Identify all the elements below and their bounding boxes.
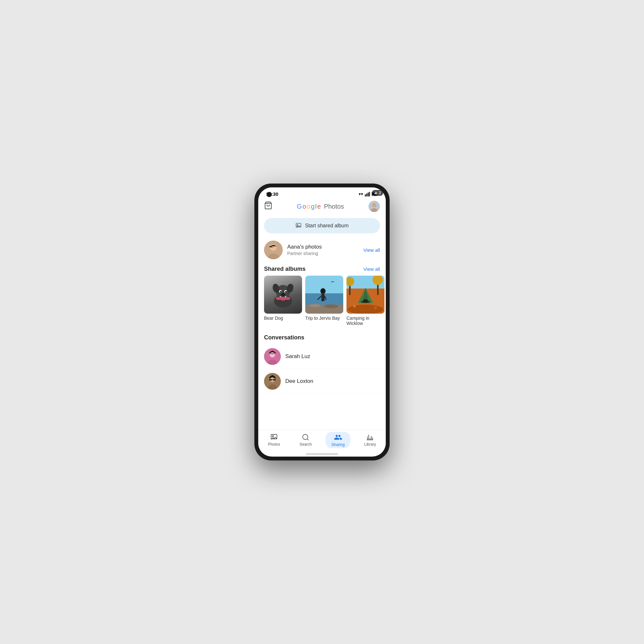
partner-avatar bbox=[264, 241, 283, 259]
library-nav-icon bbox=[366, 433, 374, 441]
svg-rect-0 bbox=[365, 194, 366, 196]
bay-illustration bbox=[305, 276, 343, 314]
album-item-jervis-bay[interactable]: 3 Trip to Jervis Bay bbox=[305, 276, 343, 326]
shared-albums-header: Shared albums View all bbox=[258, 263, 386, 276]
camping-illustration bbox=[346, 276, 384, 314]
status-bar: 12:30 ▾▾ bbox=[258, 187, 386, 198]
svg-point-23 bbox=[285, 291, 287, 293]
app-logo: G o o g l e Photos bbox=[297, 203, 344, 210]
home-indicator bbox=[306, 453, 338, 455]
svg-point-60 bbox=[272, 436, 273, 437]
logo-o1: o bbox=[302, 203, 306, 210]
shared-album-icon bbox=[295, 223, 302, 229]
svg-point-31 bbox=[324, 304, 338, 308]
dee-avatar bbox=[264, 373, 281, 390]
dog-illustration bbox=[267, 279, 299, 311]
partner-subtitle: Partner sharing bbox=[287, 251, 359, 256]
svg-point-32 bbox=[320, 288, 326, 294]
shop-icon[interactable] bbox=[264, 201, 272, 212]
svg-rect-57 bbox=[273, 379, 276, 381]
svg-point-48 bbox=[374, 306, 377, 309]
logo-space bbox=[321, 203, 323, 210]
svg-point-9 bbox=[372, 203, 376, 207]
album-item-bear-dog[interactable]: 2 Bear Dog bbox=[264, 276, 302, 326]
photos-nav-label: Photos bbox=[268, 442, 280, 447]
shared-album-button-label: Start shared album bbox=[305, 223, 348, 229]
albums-row: 2 Bear Dog bbox=[258, 276, 386, 330]
signal-icon bbox=[365, 192, 370, 196]
photos-nav-icon bbox=[270, 433, 278, 441]
phone-screen: 12:30 ▾▾ bbox=[258, 187, 386, 457]
svg-rect-33 bbox=[321, 294, 325, 301]
library-nav-label: Library bbox=[364, 442, 376, 447]
phone-shell: 12:30 ▾▾ bbox=[254, 184, 390, 460]
svg-point-22 bbox=[280, 291, 282, 293]
svg-rect-2 bbox=[368, 193, 369, 196]
app-header: G o o g l e Photos bbox=[258, 198, 386, 215]
sharing-nav-icon bbox=[334, 433, 342, 441]
logo-photos: Photos bbox=[324, 203, 344, 210]
shared-albums-view-all-button[interactable]: View all bbox=[364, 266, 380, 272]
svg-point-47 bbox=[353, 305, 356, 308]
main-scroll-content: Start shared album Aana's photos Partner… bbox=[258, 215, 386, 430]
dee-name: Dee Loxton bbox=[285, 378, 313, 384]
svg-rect-3 bbox=[369, 192, 370, 196]
svg-rect-56 bbox=[269, 379, 272, 381]
svg-point-46 bbox=[363, 299, 368, 303]
partner-info: Aana's photos Partner sharing bbox=[287, 244, 359, 256]
album-label-camping: Camping inWicklow bbox=[346, 316, 384, 326]
nav-item-sharing[interactable]: Sharing bbox=[326, 432, 350, 448]
nav-item-photos[interactable]: Photos bbox=[262, 432, 286, 448]
bottom-spacer bbox=[258, 394, 386, 400]
album-thumb-camping bbox=[346, 276, 384, 314]
album-item-camping[interactable]: Camping inWicklow bbox=[346, 276, 384, 326]
partner-view-all-button[interactable]: View all bbox=[364, 247, 380, 253]
conversation-item-sarah[interactable]: Sarah Luz bbox=[258, 344, 386, 369]
nav-item-search[interactable]: Search bbox=[294, 432, 317, 448]
conversation-item-dee[interactable]: Dee Loxton bbox=[258, 369, 386, 394]
logo-e: l bbox=[315, 203, 317, 210]
logo-g: G bbox=[297, 203, 302, 210]
svg-point-49 bbox=[362, 309, 364, 311]
conversations-header: Conversations bbox=[258, 332, 386, 344]
wifi-icon: ▾▾ bbox=[359, 192, 363, 196]
partner-name: Aana's photos bbox=[287, 244, 359, 250]
logo-o2: o bbox=[307, 203, 310, 210]
user-avatar[interactable] bbox=[368, 201, 380, 212]
start-shared-album-button[interactable]: Start shared album bbox=[264, 218, 380, 233]
conversations-title: Conversations bbox=[264, 334, 304, 341]
search-nav-label: Search bbox=[299, 442, 312, 447]
svg-rect-26 bbox=[276, 297, 290, 300]
sarah-avatar bbox=[264, 348, 281, 365]
conversations-section: Conversations bbox=[258, 330, 386, 394]
bottom-nav: Photos Search Sharing bbox=[258, 430, 386, 453]
album-thumb-bear-dog bbox=[264, 276, 302, 314]
svg-point-30 bbox=[309, 304, 321, 307]
punch-hole bbox=[267, 192, 272, 197]
album-label-jervis-bay: Trip to Jervis Bay bbox=[305, 316, 343, 321]
sarah-name: Sarah Luz bbox=[285, 353, 310, 360]
album-label-bear-dog: Bear Dog bbox=[264, 316, 302, 321]
svg-point-61 bbox=[303, 434, 308, 440]
logo-e2: e bbox=[317, 203, 321, 210]
partner-sharing-row: Aana's photos Partner sharing View all bbox=[258, 237, 386, 263]
nav-item-library[interactable]: Library bbox=[358, 432, 382, 448]
logo-gl: g bbox=[311, 203, 315, 210]
search-nav-icon bbox=[302, 433, 309, 441]
svg-point-12 bbox=[297, 224, 298, 225]
sharing-nav-label: Sharing bbox=[331, 442, 345, 447]
svg-rect-1 bbox=[366, 194, 367, 196]
svg-line-62 bbox=[307, 439, 308, 440]
shared-albums-title: Shared albums bbox=[264, 266, 306, 272]
album-thumb-jervis-bay bbox=[305, 276, 343, 314]
svg-point-24 bbox=[281, 293, 285, 296]
